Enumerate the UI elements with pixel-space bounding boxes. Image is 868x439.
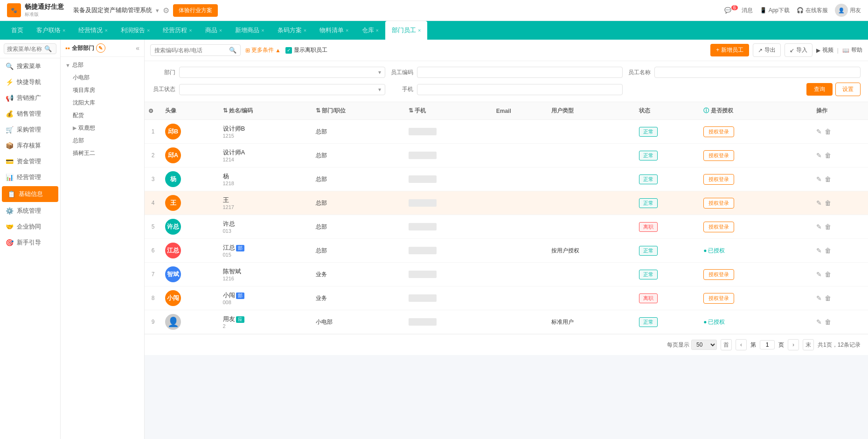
tab-barcode[interactable]: 条码方案 × [271,21,313,40]
close-icon[interactable]: × [62,28,65,33]
sidebar-item-marketing[interactable]: 📢 营销推广 [0,90,60,106]
prev-page-button[interactable]: ‹ [736,339,747,350]
page-input[interactable] [760,340,775,349]
trial-button[interactable]: 体验行业方案 [173,4,218,17]
more-filters-button[interactable]: ⊞ 更多条件 ▲ [245,46,281,54]
setting-button[interactable]: 设置 [835,83,861,96]
dept-item-chashuwang[interactable]: 插树王二 [68,147,144,160]
close-icon[interactable]: × [261,28,264,33]
tab-home[interactable]: 首页 [5,21,30,40]
close-icon[interactable]: × [346,28,348,33]
dept-item-xiangmu[interactable]: 项目库房 [68,84,144,97]
service-button[interactable]: 🎧 在线客服 [797,7,828,14]
first-page-button[interactable]: 首 [721,339,732,350]
auth-button[interactable]: 授权登录 [703,174,734,185]
dept-item-zongbu[interactable]: ▼ 总部 [61,59,144,71]
page-size-select[interactable]: 50 100 200 [691,340,717,350]
edit-button[interactable]: ✎ [816,294,822,302]
sidebar-item-purchase[interactable]: 🛒 采购管理 [0,122,60,138]
dept-item-xiaodian[interactable]: 小电部 [68,71,144,84]
gear-icon[interactable]: ⚙ [163,6,169,15]
last-page-button[interactable]: 末 [803,339,814,350]
tab-bom[interactable]: 物料清单 × [313,21,355,40]
tab-new-goods[interactable]: 新增商品 × [229,21,271,40]
sidebar-item-inventory[interactable]: 📦 库存核算 [0,138,60,153]
sidebar-item-search[interactable]: 🔍 搜索菜单 [0,58,60,74]
delete-button[interactable]: 🗑 [825,199,831,207]
dept-item-zongbu2[interactable]: 总部 [68,134,144,147]
edit-button[interactable]: ✎ [816,175,822,183]
sidebar-item-system[interactable]: ⚙️ 系统管理 [0,203,60,219]
tab-goods[interactable]: 商品 × [199,21,229,40]
sidebar-item-operation[interactable]: 📊 经营管理 [0,169,60,185]
close-icon[interactable]: × [219,28,222,33]
chevron-down-icon[interactable]: ▾ [156,7,159,14]
delete-button[interactable]: 🗑 [825,318,831,326]
search-input[interactable] [154,47,229,54]
status-filter-select[interactable]: ▾ [179,84,385,95]
query-button[interactable]: 查询 [806,83,833,96]
empcode-input[interactable] [417,67,623,78]
sidebar-item-guide[interactable]: 🎯 新手引导 [0,235,60,251]
edit-button[interactable]: ✎ [816,318,822,326]
dept-filter-select[interactable]: ▾ [179,67,385,78]
edit-button[interactable]: ✎ [816,199,822,207]
delete-button[interactable]: 🗑 [825,271,831,278]
close-icon[interactable]: × [147,28,150,33]
add-employee-button[interactable]: + 新增员工 [710,44,749,56]
sidebar-search-input[interactable] [7,46,44,52]
video-button[interactable]: ▶ 视频 [816,46,833,54]
close-icon[interactable]: × [304,28,306,33]
search-icon[interactable]: 🔍 [229,47,236,54]
close-icon[interactable]: × [418,28,421,33]
user-menu[interactable]: 👤 用友 [835,4,861,17]
edit-button[interactable]: ✎ [816,247,822,254]
help-button[interactable]: 📖 帮助 [842,46,862,54]
auth-button[interactable]: 授权登录 [703,269,734,280]
export-button[interactable]: ↗ 导出 [753,43,781,57]
next-page-button[interactable]: › [788,339,799,350]
delete-button[interactable]: 🗑 [825,128,831,135]
close-icon[interactable]: × [189,28,192,33]
edit-button[interactable]: ✎ [816,152,822,159]
auth-button[interactable]: 授权登录 [703,222,734,232]
auth-button[interactable]: 授权登录 [703,198,734,209]
tab-profit[interactable]: 利润报告 × [114,21,156,40]
sidebar-item-collab[interactable]: 🤝 企业协同 [0,219,60,235]
tab-operation[interactable]: 经营情况 × [72,21,114,40]
tab-history[interactable]: 经营历程 × [156,21,198,40]
close-icon[interactable]: × [104,28,107,33]
sidebar-item-sales[interactable]: 💰 销售管理 [0,106,60,122]
close-icon[interactable]: × [376,28,379,33]
collapse-button[interactable]: « [136,44,139,52]
tab-warehouse[interactable]: 仓库 × [355,21,385,40]
empname-input[interactable] [654,67,861,78]
show-resign-checkbox[interactable]: ✓ [285,47,292,54]
show-resign-area[interactable]: ✓ 显示离职员工 [285,46,327,54]
message-button[interactable]: 💬 6 消息 [724,7,753,14]
sidebar-item-basic[interactable]: 📋 基础信息 [2,186,58,202]
delete-button[interactable]: 🗑 [825,175,831,183]
auth-button[interactable]: 授权登录 [703,293,734,304]
delete-button[interactable]: 🗑 [825,247,831,254]
settings-icon[interactable]: ⚙ [148,108,153,114]
edit-button[interactable]: ✎ [816,223,822,230]
delete-button[interactable]: 🗑 [825,152,831,159]
app-download-button[interactable]: 📱 App下载 [760,7,790,14]
delete-button[interactable]: 🗑 [825,294,831,302]
edit-button[interactable]: ✎ [816,271,822,278]
phone-input[interactable] [417,84,623,95]
tab-employees[interactable]: 部门员工 × [385,21,427,40]
dept-edit-button[interactable]: ✎ [96,43,105,53]
sidebar-item-finance[interactable]: 💳 资金管理 [0,153,60,169]
dept-item-shenyang[interactable]: 沈阳大库 [68,97,144,109]
delete-button[interactable]: 🗑 [825,223,831,230]
dept-item-shuanglu[interactable]: ▶ 双鹿想 [68,122,144,134]
auth-button[interactable]: 授权登录 [703,126,734,137]
sidebar-item-shortcut[interactable]: ⚡ 快捷导航 [0,74,60,90]
edit-button[interactable]: ✎ [816,128,822,135]
import-button[interactable]: ↙ 导入 [785,43,812,57]
dept-item-peihuo[interactable]: 配货 [68,109,144,122]
auth-button[interactable]: 授权登录 [703,150,734,161]
tab-customer[interactable]: 客户联络 × [30,21,72,40]
